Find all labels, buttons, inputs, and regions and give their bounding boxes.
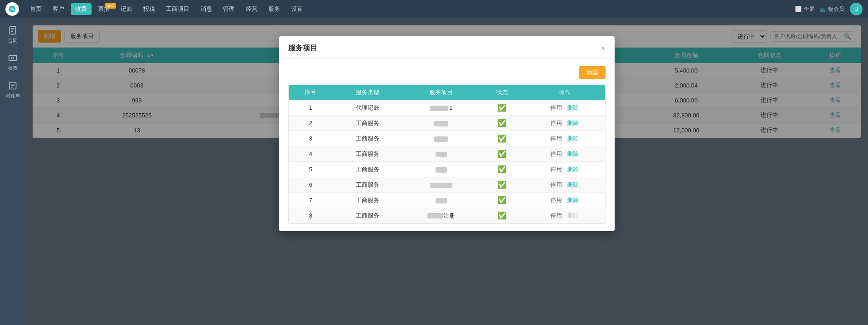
- nav-customer[interactable]: 客户: [48, 3, 69, 15]
- modal-cell-seq: 4: [289, 146, 333, 162]
- modal-cell-status: ✅: [480, 177, 524, 193]
- nav-settings[interactable]: 设置: [286, 3, 307, 15]
- nav-bookkeep[interactable]: 记账: [116, 3, 137, 15]
- modal-cell-action: 停用 删除: [524, 131, 605, 146]
- modal-table-wrap[interactable]: 序号 服务类型 服务项目 状态 操作 1 代理记账 1 ✅ 停用: [288, 84, 606, 224]
- modal-cell-item: 1: [402, 100, 480, 116]
- vip-btn[interactable]: 📺 畅会员: [820, 5, 844, 13]
- delete-button[interactable]: 删除: [567, 197, 579, 204]
- delete-button[interactable]: 删除: [567, 104, 579, 111]
- sidebar-label-statement: 对账单: [5, 92, 20, 99]
- modal-close-button[interactable]: ×: [601, 45, 605, 52]
- modal-col-status: 状态: [480, 85, 524, 100]
- nav-fee[interactable]: 收费: [71, 3, 92, 15]
- delete-button[interactable]: 删除: [567, 181, 579, 188]
- modal-cell-action: 停用 删除: [524, 177, 605, 193]
- modal-table-row: 1 代理记账 1 ✅ 停用 删除: [289, 100, 605, 116]
- modal-cell-item: [402, 146, 480, 162]
- delete-button[interactable]: 删除: [567, 150, 579, 157]
- stop-button[interactable]: 停用: [550, 181, 562, 188]
- nav-message[interactable]: 消息: [196, 3, 217, 15]
- modal-table-row: 8 工商服务 注册 ✅ 停用 删除: [289, 208, 605, 223]
- modal-col-action: 操作: [524, 85, 605, 100]
- modal-cell-seq: 6: [289, 177, 333, 193]
- modal-cell-item: [402, 193, 480, 208]
- modal-overlay: 服务项目 × 新建 序号 服务类型 服务项目: [25, 18, 868, 325]
- nav-tax[interactable]: 报税: [139, 3, 160, 15]
- modal-table-row: 7 工商服务 ✅ 停用 删除: [289, 193, 605, 208]
- fee-icon: [8, 53, 18, 63]
- stop-button[interactable]: 停用: [550, 104, 562, 111]
- delete-button[interactable]: 删除: [567, 120, 579, 126]
- svg-point-6: [12, 57, 14, 59]
- modal-cell-action: 停用 删除: [524, 208, 605, 223]
- modal-cell-seq: 8: [289, 208, 333, 223]
- nav-operation[interactable]: 经营: [241, 3, 262, 15]
- stop-button[interactable]: 停用: [550, 120, 562, 126]
- sidebar-label-fee: 收费: [8, 65, 18, 72]
- modal-toolbar: 新建: [288, 66, 606, 79]
- modal-cell-item: [402, 131, 480, 146]
- modal-new-button[interactable]: 新建: [579, 66, 606, 79]
- nav-commerce[interactable]: 工商项目: [161, 3, 194, 15]
- modal-table-row: 6 工商服务 ✅ 停用 删除: [289, 177, 605, 193]
- sidebar-item-fee[interactable]: 收费: [1, 49, 24, 75]
- modal-table-row: 2 工商服务 ✅ 停用 删除: [289, 116, 605, 131]
- sidebar-item-contract[interactable]: 合同: [1, 22, 24, 48]
- new-badge: new: [105, 3, 116, 9]
- status-check-icon: ✅: [498, 181, 507, 189]
- fullscreen-btn[interactable]: ⬜ 全屏: [795, 5, 814, 13]
- sidebar: 合同 收费 对账单: [0, 18, 25, 325]
- sidebar-label-contract: 合同: [8, 37, 18, 44]
- avatar[interactable]: U: [850, 3, 863, 15]
- top-nav: 首页 客户 收费 票据 new 记账 报税 工商项目 消息 管理 经营 服务 设…: [0, 0, 868, 18]
- modal-cell-seq: 2: [289, 116, 333, 131]
- stop-button[interactable]: 停用: [550, 150, 562, 157]
- modal-cell-type: 工商服务: [333, 146, 402, 162]
- stop-button[interactable]: 停用: [550, 197, 562, 204]
- contract-icon: [8, 25, 18, 35]
- modal-cell-action: 停用 删除: [524, 100, 605, 116]
- modal-cell-item: [402, 162, 480, 177]
- modal-col-type: 服务类型: [333, 85, 402, 100]
- modal-cell-status: ✅: [480, 116, 524, 131]
- modal-title: 服务项目: [288, 44, 317, 53]
- modal-cell-type: 工商服务: [333, 208, 402, 223]
- svg-rect-1: [10, 27, 15, 34]
- modal-col-seq: 序号: [289, 85, 333, 100]
- sidebar-item-statement[interactable]: 对账单: [1, 77, 24, 103]
- nav-manage[interactable]: 管理: [218, 3, 239, 15]
- modal-table-row: 4 工商服务 ✅ 停用 删除: [289, 146, 605, 162]
- modal-cell-type: 工商服务: [333, 193, 402, 208]
- nav-invoice[interactable]: 票据 new: [93, 3, 114, 15]
- statement-icon: [8, 81, 18, 91]
- modal-cell-item: [402, 177, 480, 193]
- modal-table: 序号 服务类型 服务项目 状态 操作 1 代理记账 1 ✅ 停用: [289, 85, 605, 223]
- stop-button[interactable]: 停用: [550, 212, 562, 219]
- status-check-icon: ✅: [498, 119, 507, 127]
- status-check-icon: ✅: [498, 165, 507, 173]
- modal-cell-seq: 3: [289, 131, 333, 146]
- main-content: 新增 服务项目 进行中 已完成 已终止 🔍: [25, 18, 868, 325]
- modal-cell-action: 停用 删除: [524, 116, 605, 131]
- stop-button[interactable]: 停用: [550, 135, 562, 142]
- nav-home[interactable]: 首页: [25, 3, 46, 15]
- modal-body: 新建 序号 服务类型 服务项目 状态 操作: [279, 59, 615, 231]
- status-check-icon: ✅: [498, 212, 507, 219]
- status-check-icon: ✅: [498, 135, 507, 142]
- nav-items: 首页 客户 收费 票据 new 记账 报税 工商项目 消息 管理 经营 服务 设…: [25, 3, 795, 15]
- modal-cell-seq: 7: [289, 193, 333, 208]
- delete-button[interactable]: 删除: [567, 135, 579, 142]
- service-modal: 服务项目 × 新建 序号 服务类型 服务项目: [279, 36, 615, 231]
- delete-button[interactable]: 删除: [567, 166, 579, 173]
- modal-cell-status: ✅: [480, 146, 524, 162]
- stop-button[interactable]: 停用: [550, 166, 562, 173]
- modal-cell-status: ✅: [480, 193, 524, 208]
- delete-button: 删除: [567, 212, 579, 219]
- modal-cell-action: 停用 删除: [524, 162, 605, 177]
- modal-cell-status: ✅: [480, 100, 524, 116]
- modal-cell-type: 代理记账: [333, 100, 402, 116]
- modal-cell-type: 工商服务: [333, 162, 402, 177]
- logo[interactable]: [5, 2, 19, 16]
- nav-service[interactable]: 服务: [264, 3, 285, 15]
